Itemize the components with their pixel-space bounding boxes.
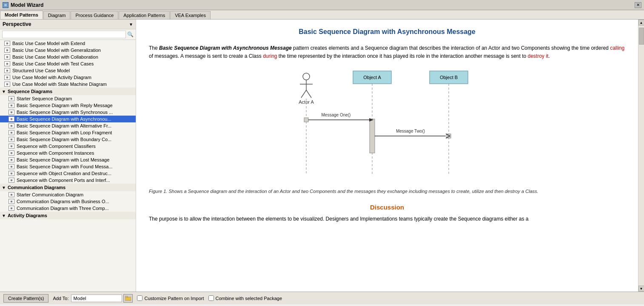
item-icon: ■ — [4, 75, 10, 80]
item-icon: ■ — [4, 54, 10, 60]
app-icon — [3, 2, 9, 8]
tab-process-guidance[interactable]: Process Guidance — [71, 11, 118, 19]
list-item[interactable]: ■ Sequence with Component Ports and Inte… — [0, 177, 136, 184]
list-item[interactable]: ■ Basic Sequence Diagram with Loop Fragm… — [0, 129, 136, 136]
section-communication-diagrams[interactable]: ▼ Communication Diagrams — [0, 184, 136, 191]
title-bar: Model Wizard ✕ — [0, 0, 644, 10]
svg-text:Message One(): Message One() — [322, 113, 351, 117]
item-icon: ■ — [4, 48, 10, 53]
item-icon: ■ — [9, 110, 14, 115]
list-item[interactable]: ■ Basic Use Case Model with Generalizati… — [0, 47, 136, 54]
svg-text:Object B: Object B — [440, 75, 458, 80]
right-scrollbar[interactable]: ▲ ▼ — [638, 20, 644, 292]
expand-icon: ▼ — [2, 89, 6, 94]
list-item[interactable]: ■ Structured Use Case Model — [0, 67, 136, 74]
list-item[interactable]: ■ Sequence with Object Creation and Dest… — [0, 170, 136, 177]
search-icon[interactable]: 🔍 — [127, 31, 134, 37]
item-icon: ■ — [9, 123, 14, 128]
scroll-up-arrow[interactable]: ▲ — [638, 20, 644, 26]
tab-model-patterns[interactable]: Model Patterns — [0, 11, 43, 19]
list-item[interactable]: ■ Use Case Model with State Machine Diag… — [0, 81, 136, 88]
tree-list: ■ Basic Use Case Model with Extend ■ Bas… — [0, 40, 136, 292]
item-icon: ■ — [9, 130, 14, 135]
item-icon: ■ — [9, 164, 14, 169]
item-icon: ■ — [9, 116, 14, 122]
tab-diagram[interactable]: Diagram — [43, 11, 71, 19]
customize-checkbox-label: Customize Pattern on Import — [137, 295, 204, 301]
svg-text:Message Two(): Message Two() — [396, 129, 425, 133]
tab-application-patterns[interactable]: Application Patterns — [119, 11, 170, 19]
discussion-title: Discussion — [149, 204, 625, 211]
list-item[interactable]: ■ Sequence with Component Classifiers — [0, 143, 136, 150]
search-input[interactable] — [2, 31, 126, 38]
item-icon: ■ — [4, 82, 10, 87]
discussion-body: The purpose is to allow the interaction … — [149, 215, 625, 223]
section-sequence-diagrams[interactable]: ▼ Sequence Diagrams — [0, 88, 136, 95]
folder-icon-button[interactable] — [123, 294, 133, 303]
perspective-header: Perspective ▼ — [0, 20, 136, 29]
list-item[interactable]: ■ Communication Diagrams with Business O… — [0, 198, 136, 205]
item-icon: ■ — [9, 192, 14, 197]
item-icon: ■ — [4, 68, 10, 73]
item-icon: ■ — [4, 41, 10, 46]
item-icon: ■ — [4, 61, 10, 66]
list-item[interactable]: ■ Sequence with Component Instances — [0, 150, 136, 156]
list-item[interactable]: ■ Basic Sequence Diagram with Reply Mess… — [0, 102, 136, 109]
combine-checkbox[interactable] — [208, 295, 214, 301]
scroll-thumb[interactable] — [639, 28, 644, 45]
tab-bar: Model Patterns Diagram Process Guidance … — [0, 10, 644, 20]
item-icon: ■ — [9, 150, 14, 156]
list-item[interactable]: ■ Starter Sequence Diagram — [0, 95, 136, 102]
left-panel: Perspective ▼ 🔍 ■ Basic Use Case Model w… — [0, 20, 136, 292]
expand-icon: ▼ — [2, 185, 6, 190]
sequence-diagram: Actor A Object A Object B — [285, 69, 489, 179]
diagram-container: Actor A Object A Object B — [149, 69, 625, 179]
item-icon: ■ — [9, 171, 14, 176]
list-item[interactable]: ■ Basic Sequence Diagram with Boundary C… — [0, 136, 136, 143]
svg-point-4 — [303, 73, 310, 80]
content-body: The Basic Sequence Diagram with Asynchro… — [149, 44, 625, 60]
svg-line-8 — [306, 90, 311, 98]
model-input[interactable] — [71, 295, 122, 302]
list-item-selected[interactable]: ■ Basic Sequence Diagram with Asynchrono… — [0, 116, 136, 122]
svg-line-7 — [301, 90, 306, 98]
list-item[interactable]: ■ Starter Communication Diagram — [0, 191, 136, 198]
list-item[interactable]: ■ Basic Sequence Diagram with Synchronou… — [0, 109, 136, 116]
list-item[interactable]: ■ Basic Sequence Diagram with Alternativ… — [0, 122, 136, 129]
right-panel: Basic Sequence Diagram with Asynchronous… — [136, 20, 638, 292]
list-item[interactable]: ■ Basic Use Case Model with Test Cases — [0, 60, 136, 67]
main-layout: Perspective ▼ 🔍 ■ Basic Use Case Model w… — [0, 20, 644, 292]
item-icon: ■ — [9, 103, 14, 108]
item-icon: ■ — [9, 137, 14, 142]
item-icon: ■ — [9, 178, 14, 183]
svg-text:Object A: Object A — [363, 75, 381, 80]
expand-icon: ▼ — [2, 213, 6, 218]
window-title: Model Wizard — [11, 2, 635, 8]
scroll-down-arrow[interactable]: ▼ — [638, 286, 644, 292]
svg-rect-17 — [370, 119, 375, 153]
perspective-label: Perspective — [3, 21, 31, 27]
item-icon: ■ — [9, 206, 14, 211]
customize-checkbox[interactable] — [137, 295, 142, 301]
scroll-track[interactable] — [638, 26, 644, 286]
list-item[interactable]: ■ Basic Use Case Model with Extend — [0, 40, 136, 47]
tab-vea-examples[interactable]: VEA Examples — [170, 11, 211, 19]
figure-caption: Figure 1. Shows a Sequence diagram and t… — [149, 188, 625, 195]
item-icon: ■ — [9, 144, 14, 149]
list-item[interactable]: ■ Basic Use Case Model with Collaboratio… — [0, 54, 136, 60]
section-activity-diagrams[interactable]: ▼ Activity Diagrams — [0, 212, 136, 219]
close-button[interactable]: ✕ — [635, 2, 641, 8]
item-icon: ■ — [9, 157, 14, 162]
perspective-dropdown[interactable]: ▼ — [129, 22, 133, 27]
list-item[interactable]: ■ Basic Sequence Diagram with Found Mess… — [0, 163, 136, 170]
add-to-label: Add To: — [53, 296, 68, 301]
svg-rect-18 — [304, 118, 308, 122]
item-icon: ■ — [9, 96, 14, 101]
svg-rect-28 — [125, 296, 128, 298]
list-item[interactable]: ■ Communication Diagram with Three Comp.… — [0, 205, 136, 212]
search-bar: 🔍 — [0, 29, 136, 40]
content-title: Basic Sequence Diagram with Asynchronous… — [149, 28, 625, 36]
list-item[interactable]: ■ Use Case Model with Activity Diagram — [0, 74, 136, 81]
create-patterns-button[interactable]: Create Pattern(s) — [3, 294, 48, 303]
list-item[interactable]: ■ Basic Sequence Diagram with Lost Messa… — [0, 156, 136, 163]
